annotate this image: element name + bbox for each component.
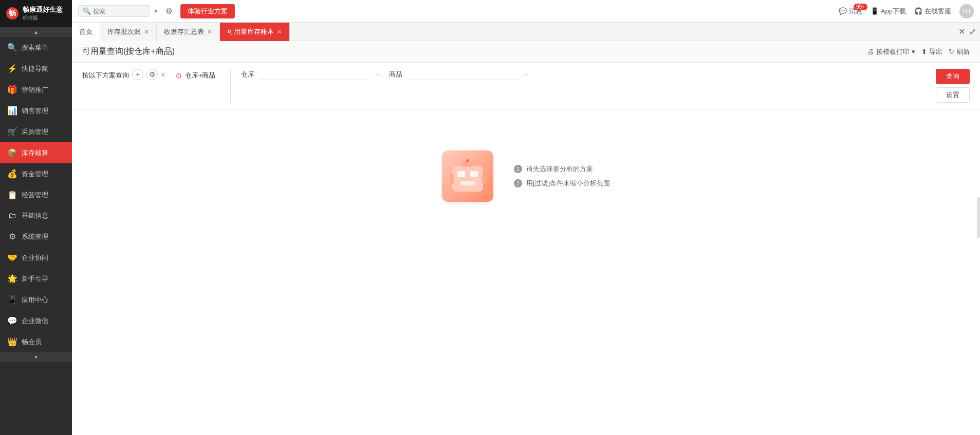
filter-settings-button[interactable]: ⚙	[146, 69, 158, 80]
app-logo: 畅	[6, 7, 19, 20]
sidebar-item-sales[interactable]: 📊 销售管理	[0, 100, 72, 121]
svg-rect-0	[452, 166, 483, 192]
print-dropdown-icon[interactable]: ▾	[912, 48, 915, 55]
sidebar-label-marketing: 营销推广	[22, 85, 48, 94]
tab-close-recv-summary[interactable]: ✕	[207, 28, 212, 35]
sidebar-item-wechat[interactable]: 💬 企业微信	[0, 310, 72, 331]
tab-close-batch-account[interactable]: ✕	[144, 28, 149, 35]
svg-rect-1	[457, 171, 465, 177]
sidebar-scroll-up[interactable]: ▲	[0, 27, 72, 37]
sidebar-icon-appstore: 📱	[7, 295, 17, 305]
sidebar-item-enterprise[interactable]: 🤝 企业协同	[0, 247, 72, 268]
sidebar-icon-enterprise: 🤝	[7, 253, 17, 262]
message-icon: 💬	[839, 7, 847, 15]
sidebar-item-search[interactable]: 🔍 搜索菜单	[0, 37, 72, 58]
app-download-button[interactable]: 📱 App下载	[871, 7, 906, 16]
filter-actions: + ⚙ «	[132, 69, 165, 80]
tab-label-available-stock: 可用量库存账本	[227, 27, 274, 36]
sidebar-item-inventory[interactable]: 📦 库存核算	[0, 142, 72, 163]
product-field: 商品 ···	[389, 69, 529, 80]
svg-rect-2	[470, 171, 478, 177]
sidebar-label-guide: 新手引导	[22, 274, 48, 283]
filter-collapse-button[interactable]: «	[161, 70, 165, 79]
dropdown-icon[interactable]: ▾	[154, 7, 158, 15]
service-button[interactable]: 🎧 在线客服	[914, 7, 951, 16]
warehouse-more-button[interactable]: ···	[376, 71, 381, 78]
user-avatar[interactable]: Rit	[959, 4, 974, 18]
sidebar-item-basic[interactable]: 🗂 基础信息	[0, 205, 72, 226]
refresh-button[interactable]: ↻ 刷新	[949, 47, 970, 56]
scheme-icon: ⊙	[176, 71, 182, 80]
topbar: 🔍 ▾ ⚙ 体验行业方案 💬 消息 99+ 📱 App下载 🎧 在线客服 Rit	[72, 0, 980, 23]
tab-label-recv-summary: 收发存汇总表	[164, 27, 204, 36]
settings-sm-button[interactable]: 设置	[936, 87, 970, 103]
app-edition: 标准版	[23, 14, 63, 22]
tab-home[interactable]: 首页	[72, 23, 100, 41]
product-input[interactable]	[406, 69, 520, 80]
filter-label: 按以下方案查询	[82, 69, 129, 80]
message-badge: 99+	[854, 4, 867, 10]
sidebar-item-appstore[interactable]: 📱 应用中心	[0, 289, 72, 310]
sidebar-icon-marketing: 🎁	[7, 85, 17, 94]
sidebar-item-system[interactable]: ⚙ 系统管理	[0, 226, 72, 247]
close-all-tabs-button[interactable]: ✕	[958, 27, 965, 36]
tab-recv-summary[interactable]: 收发存汇总表✕	[157, 23, 220, 41]
refresh-label: 刷新	[956, 47, 970, 56]
sidebar-item-finance[interactable]: 💰 资金管理	[0, 163, 72, 184]
search-row: 仓库 ··· 商品 ···	[241, 69, 930, 80]
tab-batch-account[interactable]: 库存批次账✕	[100, 23, 157, 41]
expand-button[interactable]: ⤢	[969, 27, 976, 36]
tab-label-home: 首页	[79, 27, 93, 36]
sidebar-scroll-down[interactable]: ▼	[0, 352, 72, 362]
search-icon: 🔍	[83, 7, 91, 15]
sidebar-label-purchase: 采购管理	[22, 127, 48, 137]
product-more-button[interactable]: ···	[524, 71, 529, 78]
right-scroll-hint	[977, 197, 980, 238]
message-button[interactable]: 💬 消息 99+	[839, 7, 862, 16]
sidebar-icon-shortcut: ⚡	[7, 64, 17, 73]
sidebar-label-inventory: 库存核算	[22, 148, 48, 158]
empty-tips: 1 请先选择要分析的方案 2 用[过滤]条件来缩小分析范围	[514, 164, 610, 188]
search-fields: 仓库 ··· 商品 ···	[241, 69, 930, 80]
filter-add-button[interactable]: +	[132, 69, 143, 80]
refresh-icon: ↻	[949, 48, 954, 55]
trial-button[interactable]: 体验行业方案	[180, 4, 235, 18]
sidebar-icon-guide: 🌟	[7, 274, 17, 283]
user-name: Rit	[963, 8, 971, 15]
svg-point-5	[466, 159, 469, 162]
empty-state: 1 请先选择要分析的方案 2 用[过滤]条件来缩小分析范围	[72, 109, 980, 243]
sidebar-item-member[interactable]: 👑 畅会员	[0, 331, 72, 352]
template-print-button[interactable]: 🖨 按模板打印 ▾	[867, 47, 915, 56]
query-button[interactable]: 查询	[936, 69, 970, 84]
export-button[interactable]: ⬆ 导出	[921, 47, 942, 56]
search-input[interactable]	[93, 8, 144, 15]
page-header-actions: 🖨 按模板打印 ▾ ⬆ 导出 ↻ 刷新	[867, 47, 970, 56]
page-title: 可用量查询(按仓库+商品)	[82, 46, 175, 57]
topbar-settings-icon[interactable]: ⚙	[162, 4, 176, 18]
tip-text-2: 用[过滤]条件来缩小分析范围	[526, 179, 610, 188]
phone-icon: 📱	[871, 7, 879, 15]
sidebar-item-guide[interactable]: 🌟 新手引导	[0, 268, 72, 289]
empty-robot-icon	[442, 150, 493, 202]
topbar-search-box[interactable]: 🔍	[78, 5, 150, 17]
sidebar-label-search: 搜索菜单	[22, 43, 48, 52]
tab-label-batch-account: 库存批次账	[107, 27, 141, 36]
topbar-right: 💬 消息 99+ 📱 App下载 🎧 在线客服 Rit	[839, 4, 974, 18]
sidebar-item-shortcut[interactable]: ⚡ 快捷导航	[0, 58, 72, 79]
svg-rect-7	[482, 174, 486, 184]
warehouse-input[interactable]	[258, 69, 372, 80]
print-icon: 🖨	[867, 48, 874, 55]
sidebar-item-marketing[interactable]: 🎁 营销推广	[0, 79, 72, 100]
svg-rect-6	[450, 174, 454, 184]
sidebar-icon-member: 👑	[7, 337, 17, 347]
page-header: 可用量查询(按仓库+商品) 🖨 按模板打印 ▾ ⬆ 导出 ↻ 刷新	[72, 41, 980, 63]
sidebar-label-member: 畅会员	[22, 337, 42, 347]
sidebar-item-purchase[interactable]: 🛒 采购管理	[0, 121, 72, 142]
sidebar-item-operation[interactable]: 📋 经营管理	[0, 184, 72, 205]
scheme-item-warehouse-product[interactable]: ⊙ 仓库+商品	[172, 69, 220, 82]
tab-close-available-stock[interactable]: ✕	[277, 28, 282, 35]
warehouse-label: 仓库	[241, 70, 254, 79]
sidebar-icon-finance: 💰	[7, 169, 17, 179]
tab-available-stock[interactable]: 可用量库存账本✕	[220, 23, 290, 41]
sidebar-icon-operation: 📋	[7, 190, 17, 200]
